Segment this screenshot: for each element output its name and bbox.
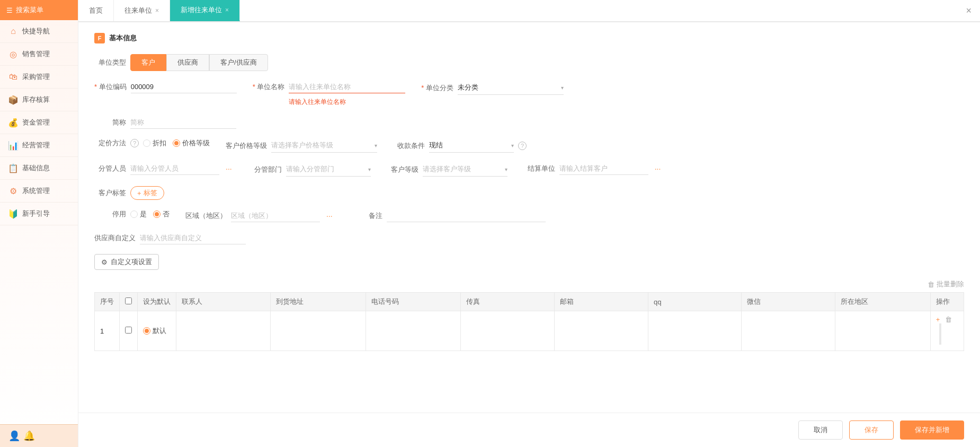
dept-select[interactable]: 请输入分管部门 ▾ (286, 162, 371, 177)
type-btn-supplier[interactable]: 供应商 (166, 54, 209, 71)
cancel-button[interactable]: 取消 (798, 420, 843, 440)
sidebar-item-operations[interactable]: 📊 经营管理 (0, 134, 78, 157)
unit-name-group: 单位名称 请输入往来单位名称 (253, 81, 406, 107)
custom-settings-btn[interactable]: ⚙ 自定义项设置 (94, 254, 159, 270)
remark-label: 备注 (351, 211, 382, 221)
tags-group: 客户标签 + 标签 (94, 186, 164, 200)
sidebar-item-quick-nav[interactable]: ⌂ 快捷导航 (0, 20, 78, 43)
qq-input[interactable] (654, 327, 736, 335)
type-btn-customer[interactable]: 客户 (130, 54, 166, 71)
sidebar-item-system[interactable]: ⚙ 系统管理 (0, 180, 78, 203)
sidebar-item-guide[interactable]: 🔰 新手引导 (0, 203, 78, 225)
address-input[interactable] (276, 327, 360, 335)
supplier-custom-row: 供应商自定义 (94, 232, 964, 244)
tab-home[interactable]: 首页 (78, 0, 114, 21)
manager-more-btn[interactable]: ··· (224, 164, 234, 173)
sidebar-item-finance[interactable]: 💰 资金管理 (0, 111, 78, 134)
customer-level-placeholder: 请选择客户等级 (423, 164, 503, 174)
cell-region[interactable] (835, 311, 930, 351)
region-input[interactable] (231, 209, 320, 222)
save-new-button[interactable]: 保存并新增 (900, 420, 964, 440)
manager-input[interactable] (130, 162, 219, 175)
bell-icon: 🔔 (23, 430, 35, 442)
drag-handle[interactable] (939, 323, 941, 345)
cell-qq[interactable] (648, 311, 742, 351)
abbr-input[interactable] (130, 116, 236, 129)
tab-partners[interactable]: 往来单位 × (114, 0, 170, 21)
save-button[interactable]: 保存 (849, 420, 894, 440)
abbr-row: 简称 (94, 116, 964, 129)
supplier-custom-input[interactable] (140, 232, 246, 244)
search-icon: ☰ (6, 6, 13, 14)
contact-input[interactable] (182, 327, 265, 335)
tab-partners-close[interactable]: × (155, 7, 159, 14)
unit-code-input[interactable] (131, 81, 237, 93)
tab-new-partner-close[interactable]: × (225, 6, 229, 14)
delete-row-btn[interactable]: 🗑 (945, 315, 952, 323)
region-more-btn[interactable]: ··· (324, 212, 335, 220)
remark-input[interactable] (387, 209, 546, 222)
cell-fax[interactable] (460, 311, 554, 351)
payment-terms-select[interactable]: 现结 ▾ (429, 138, 514, 153)
col-qq: qq (648, 293, 742, 311)
fax-input[interactable] (466, 327, 549, 335)
unit-name-input[interactable] (289, 81, 405, 93)
row-checkbox[interactable] (125, 327, 132, 334)
add-row-btn[interactable]: + (936, 315, 940, 323)
search-menu-btn[interactable]: ☰ 搜索菜单 (0, 0, 78, 20)
region-table-input[interactable] (841, 327, 924, 335)
disabled-yes-radio[interactable]: 是 (130, 209, 147, 219)
settlement-more-btn[interactable]: ··· (653, 164, 663, 173)
section-basic-info: F 基本信息 (94, 33, 964, 43)
payment-terms-arrow: ▾ (511, 143, 514, 148)
cell-phone[interactable] (366, 311, 460, 351)
user-icon: 👤 (8, 430, 20, 442)
type-btn-both[interactable]: 客户/供应商 (209, 54, 268, 71)
col-fax: 传真 (460, 293, 554, 311)
phone-input[interactable] (371, 327, 455, 335)
tab-new-partner[interactable]: 新增往来单位 × (170, 0, 240, 21)
pricing-level-radio[interactable]: 价格等级 (173, 138, 210, 148)
sidebar-item-inventory[interactable]: 📦 库存核算 (0, 89, 78, 111)
guide-icon: 🔰 (8, 209, 18, 218)
batch-delete-btn[interactable]: 🗑 批量删除 (928, 279, 964, 289)
cell-address[interactable] (271, 311, 366, 351)
select-all-checkbox[interactable] (125, 297, 132, 304)
email-input[interactable] (560, 327, 643, 335)
payment-terms-help-icon[interactable]: ? (518, 142, 527, 150)
add-tag-btn[interactable]: + 标签 (130, 186, 164, 200)
section-title: 基本信息 (109, 33, 137, 43)
pricing-discount-radio[interactable]: 折扣 (143, 138, 166, 148)
cell-email[interactable] (554, 311, 648, 351)
unit-category-select[interactable]: 未分类 ▾ (458, 81, 564, 95)
sidebar-item-purchase[interactable]: 🛍 采购管理 (0, 66, 78, 89)
settlement-input[interactable] (559, 162, 648, 175)
system-icon: ⚙ (8, 186, 18, 196)
sidebar-item-sales[interactable]: ◎ 销售管理 (0, 43, 78, 66)
wechat-input[interactable] (747, 327, 830, 335)
abbr-label: 简称 (94, 118, 126, 127)
unit-code-label: 单位编码 (94, 82, 127, 92)
settlement-label: 结算单位 (523, 164, 555, 173)
section-icon: F (94, 33, 105, 43)
close-all-tabs[interactable]: × (957, 0, 980, 21)
tab-partners-label: 往来单位 (124, 6, 152, 15)
disabled-no-label: 否 (163, 209, 170, 219)
table-row: 1 默认 (95, 311, 964, 351)
pricing-row: 定价方法 ? 折扣 价格等级 客户价格等级 请选择客户价格等级 (94, 138, 964, 153)
customer-price-select[interactable]: 请选择客户价格等级 ▾ (271, 138, 377, 153)
unit-code-group: 单位编码 (94, 81, 237, 93)
pricing-help-icon[interactable]: ? (130, 139, 139, 147)
customer-level-select[interactable]: 请选择客户等级 ▾ (423, 162, 507, 177)
sidebar-item-basic-info[interactable]: 📋 基础信息 (0, 157, 78, 180)
customer-price-label: 客户价格等级 (226, 141, 267, 151)
customer-level-group: 客户等级 请选择客户等级 ▾ (387, 162, 507, 177)
cell-wechat[interactable] (742, 311, 835, 351)
batch-delete-icon: 🗑 (928, 281, 934, 288)
pricing-level-circle (173, 139, 180, 147)
inventory-icon: 📦 (8, 95, 18, 104)
disabled-no-radio[interactable]: 否 (153, 209, 170, 219)
default-radio[interactable]: 默认 (143, 326, 171, 336)
cell-contact[interactable] (176, 311, 271, 351)
sidebar-item-system-label: 系统管理 (22, 186, 50, 196)
